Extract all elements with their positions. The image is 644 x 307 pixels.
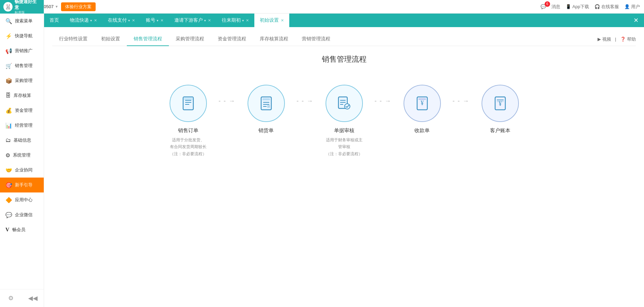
sidebar-item-sales[interactable]: 🛒 销售管理: [0, 58, 44, 73]
sub-tab-inventory-flow[interactable]: 库存核算流程: [253, 33, 295, 46]
sidebar-label-member: 畅会员: [12, 227, 25, 233]
nav-tab-logistics[interactable]: 物流快递 ▾ ✕: [64, 14, 102, 27]
nav-tab-home[interactable]: 首页: [44, 14, 64, 27]
sub-tab-initial[interactable]: 初始设置: [94, 33, 127, 46]
logo-emoji: 🐰: [5, 4, 12, 10]
nav-tab-initial-close[interactable]: ✕: [281, 18, 284, 23]
main-content: 行业特性设置 初始设置 销售管理流程 采购管理流程 资金管理流程 库存核算流程 …: [44, 27, 644, 307]
flow-step-sales-invoice[interactable]: 销货单: [236, 85, 297, 137]
collapse-btn[interactable]: ◀◀: [27, 292, 39, 304]
nav-tab-payment-close[interactable]: ✕: [132, 18, 135, 23]
flow-arrow-4: - - →: [453, 85, 470, 105]
flow-step-doc-review[interactable]: 单据审核 适用于财务审核或主管审核（注：非必要流程）: [314, 85, 375, 157]
flow-step-receipt[interactable]: ¥ 收款单: [392, 85, 453, 137]
nav-tabs-bar: 首页 物流快递 ▾ ✕ 在线支付 ▾ ✕ 账号 ▾ ✕ 邀请下游客户 ▾ ✕ 往…: [44, 14, 644, 27]
header-right: 💬 6 消息 📱 App下载 🎧 在线客服 👤 用户: [541, 4, 640, 10]
wechat-icon: 💬: [5, 212, 12, 218]
avatar-icon: 👤: [624, 4, 630, 9]
sub-tab-purchase-flow[interactable]: 采购管理流程: [169, 33, 211, 46]
nav-tab-initial-label: 初始设置: [260, 17, 279, 23]
message-item[interactable]: 💬 6 消息: [541, 4, 560, 10]
nav-tab-account-label: 账号: [146, 17, 155, 23]
step-name-sales-order: 销售订单: [178, 127, 198, 134]
flow-step-customer-ledger[interactable]: ¥ 客户账本: [470, 85, 531, 137]
app-download-item[interactable]: 📱 App下载: [566, 4, 589, 10]
sidebar-item-quicknav[interactable]: ⚡ 快捷导航: [0, 28, 44, 43]
nav-tab-account-close[interactable]: ✕: [160, 18, 163, 23]
sidebar: 🐰 畅捷通好生意 标准版 🔍 搜索菜单 ⚡ 快捷导航 📢 营销推广 🛒 销售管理…: [0, 0, 44, 307]
nav-tab-payment-arrow: ▾: [128, 19, 130, 22]
sidebar-nav: 🔍 搜索菜单 ⚡ 快捷导航 📢 营销推广 🛒 销售管理 📦 采购管理 🗄 库存核…: [0, 14, 44, 289]
sidebar-label-collab: 企业协同: [15, 167, 33, 173]
nav-tab-initial[interactable]: 初始设置 ✕: [254, 14, 289, 27]
flow-arrow-1: - - →: [219, 85, 236, 105]
sidebar-item-search[interactable]: 🔍 搜索菜单: [0, 14, 44, 28]
sub-tab-finance-flow[interactable]: 资金管理流程: [211, 33, 253, 46]
sidebar-item-wechat[interactable]: 💬 企业微信: [0, 207, 44, 222]
nav-tab-payment[interactable]: 在线支付 ▾ ✕: [102, 14, 140, 27]
online-service-item[interactable]: 🎧 在线客服: [594, 4, 619, 10]
svg-rect-20: [418, 98, 426, 100]
nav-tab-account[interactable]: 账号 ▾ ✕: [140, 14, 169, 27]
quicknav-icon: ⚡: [5, 33, 12, 39]
sidebar-item-appcenter[interactable]: 🔶 应用中心: [0, 192, 44, 207]
logo-text: 畅捷通好生意 标准版: [15, 0, 40, 15]
sidebar-item-purchase[interactable]: 📦 采购管理: [0, 73, 44, 88]
window-close-btn[interactable]: ✕: [631, 14, 641, 27]
nav-tab-invite[interactable]: 邀请下游客户 ▾ ✕: [169, 14, 216, 27]
step-desc-doc-review: 适用于财务审核或主管审核（注：非必要流程）: [326, 137, 363, 157]
nav-tab-invite-close[interactable]: ✕: [208, 18, 211, 23]
svg-rect-4: [183, 97, 193, 100]
sidebar-label-sales: 销售管理: [15, 63, 33, 69]
sidebar-label-search: 搜索菜单: [15, 18, 33, 24]
sidebar-item-basic[interactable]: 🗂 基础信息: [0, 133, 44, 148]
sidebar-bottom: ⚙ ◀◀: [0, 289, 44, 307]
nav-tab-opening[interactable]: 往来期初 ▾ ✕: [216, 14, 254, 27]
search-icon: 🔍: [5, 18, 12, 24]
nav-tab-logistics-close[interactable]: ✕: [94, 18, 97, 23]
message-badge: 6: [545, 1, 550, 7]
user-name-label: 用户: [631, 4, 640, 10]
video-help-btn[interactable]: ▶ 视频: [598, 36, 611, 42]
sidebar-item-collab[interactable]: 🤝 企业协同: [0, 163, 44, 178]
sidebar-label-basic: 基础信息: [14, 137, 31, 143]
play-icon: ▶: [598, 37, 601, 42]
sidebar-label-purchase: 采购管理: [15, 78, 33, 84]
sub-tab-industry[interactable]: 行业特性设置: [52, 33, 94, 46]
guide-icon: 🎯: [5, 182, 12, 188]
flow-circle-receipt: ¥: [404, 85, 441, 122]
sidebar-item-operations[interactable]: 📊 经营管理: [0, 118, 44, 133]
sidebar-label-system: 系统管理: [13, 152, 31, 158]
settings-bottom-btn[interactable]: ⚙: [5, 292, 17, 304]
step-name-receipt: 收款单: [414, 127, 430, 134]
sidebar-label-operations: 经营管理: [15, 122, 33, 128]
flow-step-sales-order[interactable]: 销售订单 适用于分批发货、有合同发货周期较长（注：非必要流程）: [158, 85, 219, 157]
sidebar-item-inventory[interactable]: 🗄 库存核算: [0, 88, 44, 103]
page-title: 销售管理流程: [52, 54, 636, 64]
mobile-icon: 📱: [566, 4, 571, 9]
headset-icon: 🎧: [594, 4, 600, 9]
sub-tab-marketing-flow[interactable]: 营销管理流程: [295, 33, 337, 46]
nav-tab-opening-close[interactable]: ✕: [246, 18, 249, 23]
message-label: 消息: [551, 4, 560, 10]
sidebar-item-guide[interactable]: 🎯 新手引导: [0, 178, 44, 192]
app-download-label: App下载: [572, 4, 589, 10]
sidebar-label-finance: 资金管理: [15, 107, 33, 114]
flow-arrow-3: - - →: [375, 85, 392, 105]
sub-tab-sales-flow[interactable]: 销售管理流程: [127, 33, 169, 46]
sidebar-item-finance[interactable]: 💰 资金管理: [0, 103, 44, 118]
svg-text:¥: ¥: [421, 100, 424, 106]
flow-circle-sales-invoice: [248, 85, 285, 122]
sidebar-item-member[interactable]: V 畅会员: [0, 222, 44, 237]
flow-circle-customer-ledger: ¥: [482, 85, 519, 122]
user-avatar-item[interactable]: 👤 用户: [624, 4, 640, 10]
sidebar-item-marketing[interactable]: 📢 营销推广: [0, 43, 44, 58]
divider: |: [615, 37, 616, 42]
member-icon: V: [5, 227, 9, 233]
trial-button[interactable]: 体验行业方案: [61, 2, 96, 11]
logo-icon: 🐰: [3, 2, 13, 12]
flow-circle-sales-order: [170, 85, 207, 122]
help-btn[interactable]: ❓ 帮助: [620, 36, 636, 42]
nav-tab-logistics-label: 物流快递: [70, 17, 89, 23]
sidebar-item-system[interactable]: ⚙ 系统管理: [0, 148, 44, 163]
